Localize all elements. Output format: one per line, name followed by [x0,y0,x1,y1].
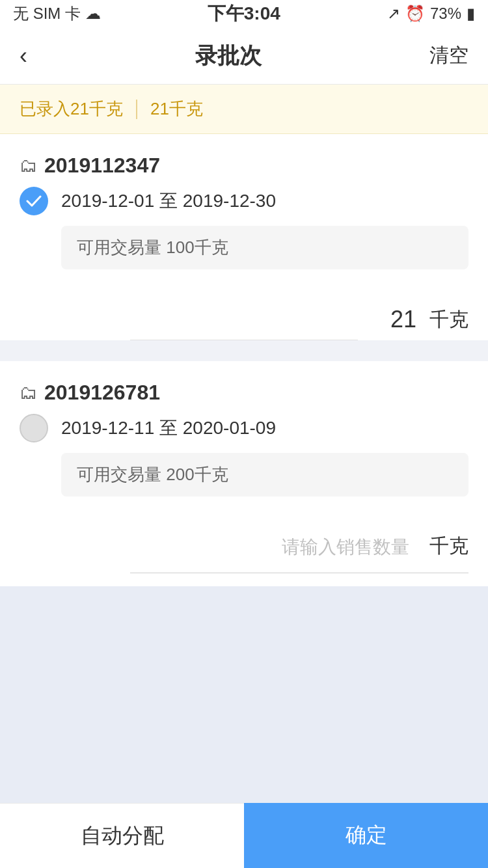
batch2-header: 🗂 2019126781 [20,381,468,405]
back-button[interactable]: ‹ [20,42,27,70]
banner-divider [136,100,137,119]
batch2-qty-input[interactable] [20,534,419,558]
batch1-amount-value: 21 [390,306,416,333]
scroll-content: 🗂 2019112347 2019-12-01 至 2019-12-30 可用交… [0,134,488,868]
alarm-icon: ⏰ [405,5,425,23]
confirm-button[interactable]: 确定 [244,803,488,868]
page-title: 录批次 [195,41,262,71]
status-bar: 无 SIM 卡 ☁ 下午3:04 ↗ ⏰ 73% ▮ [0,0,488,27]
recorded-amount: 已录入21千克 [20,98,123,120]
batch2-date: 2019-12-11 至 2020-01-09 [61,416,276,441]
batch1-divider [130,340,358,340]
batch2-icon: 🗂 [20,382,38,403]
battery-text: 73% [430,5,461,23]
status-time: 下午3:04 [208,1,280,26]
batch2-available: 可用交易量 200千克 [61,453,468,496]
batch1-date: 2019-12-01 至 2019-12-30 [61,189,276,213]
batch2-input-row[interactable]: 千克 [0,520,488,573]
batch1-card: 🗂 2019112347 2019-12-01 至 2019-12-30 可用交… [0,134,488,340]
nav-bar: ‹ 录批次 清空 [0,27,488,85]
batch1-info: 🗂 2019112347 2019-12-01 至 2019-12-30 可用交… [0,134,488,293]
batch2-info: 🗂 2019126781 2019-12-11 至 2020-01-09 可用交… [0,361,488,520]
batch2-bottom-pad [0,573,488,586]
batch2-card: 🗂 2019126781 2019-12-11 至 2020-01-09 可用交… [0,361,488,586]
bottom-bar: 自动分配 确定 [0,803,488,868]
batch1-date-row[interactable]: 2019-12-01 至 2019-12-30 [20,187,468,215]
section-divider [0,351,488,361]
clear-button[interactable]: 清空 [429,42,468,69]
battery-icon: ▮ [467,5,475,23]
status-left: 无 SIM 卡 ☁ [13,3,101,24]
batch1-amount-unit: 千克 [429,306,468,333]
batch2-number: 2019126781 [44,381,160,405]
batch1-header: 🗂 2019112347 [20,154,468,178]
batch1-icon: 🗂 [20,155,38,176]
total-amount: 21千克 [150,98,203,120]
batch1-radio[interactable] [20,187,48,215]
batch2-unit: 千克 [429,533,468,560]
info-banner: 已录入21千克 21千克 [0,85,488,134]
batch2-radio[interactable] [20,414,48,442]
batch2-date-row[interactable]: 2019-12-11 至 2020-01-09 [20,414,468,442]
batch1-number: 2019112347 [44,154,160,178]
page: 无 SIM 卡 ☁ 下午3:04 ↗ ⏰ 73% ▮ ‹ 录批次 清空 已录入2… [0,0,488,868]
batch1-available: 可用交易量 100千克 [61,226,468,269]
batch1-amount-row: 21 千克 [0,293,488,333]
location-icon: ↗ [387,5,400,23]
status-right: ↗ ⏰ 73% ▮ [387,5,475,23]
sim-status: 无 SIM 卡 ☁ [13,3,101,24]
auto-distribute-button[interactable]: 自动分配 [0,803,244,868]
